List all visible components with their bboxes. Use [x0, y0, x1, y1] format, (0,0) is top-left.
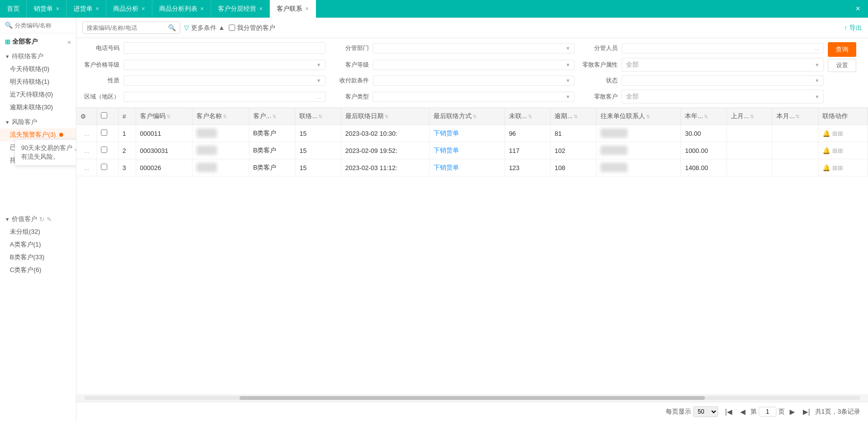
tab-customer-contact[interactable]: 客户联系 ×: [270, 0, 316, 18]
tab-analysis-list[interactable]: 商品分析列表 ×: [152, 0, 211, 18]
tab-customer-tier-close[interactable]: ×: [259, 5, 263, 12]
row-action[interactable]: 🔔 ⊞⊞: [818, 125, 868, 142]
row-last-method[interactable]: 下销货单: [430, 125, 505, 142]
table-row: ... 1 000011 名称 B类客户 15 2023-03-02 10:30…: [76, 125, 868, 142]
table-header-row: ⚙ # 客户编码⇅ 客户名称⇅ 客户...⇅ 联络...: [76, 108, 868, 125]
th-this-month[interactable]: 本月...⇅: [772, 108, 818, 125]
th-this-year[interactable]: 本年...⇅: [681, 108, 727, 125]
table-body: ... 1 000011 名称 B类客户 15 2023-03-02 10:30…: [76, 125, 868, 176]
first-page-btn[interactable]: |◀: [722, 407, 735, 417]
tab-purchase[interactable]: 进货单 ×: [67, 0, 106, 18]
filter-region-select[interactable]: …: [123, 92, 326, 102]
horizontal-scrollbar[interactable]: [76, 394, 868, 402]
th-uncontacted[interactable]: 未联...⇅: [505, 108, 550, 125]
tab-analysis-close[interactable]: ×: [142, 5, 145, 12]
sidebar-search-input[interactable]: [15, 22, 76, 29]
sidebar-item-today[interactable]: 今天待联络(0): [0, 63, 76, 75]
this-month-sort-icon: ⇅: [796, 114, 799, 119]
tab-sales[interactable]: 销货单 ×: [27, 0, 67, 18]
th-code[interactable]: 客户编码⇅: [136, 108, 193, 125]
row-checkbox[interactable]: [101, 147, 107, 153]
sidebar-item-class-a[interactable]: A类客户(1): [0, 238, 76, 251]
row-settings-icon[interactable]: ...: [76, 159, 97, 176]
row-unit-contact: 联系人: [596, 159, 681, 176]
filter-zero-customer-select[interactable]: 全部 ▼: [622, 90, 824, 103]
sidebar-group-risk-title[interactable]: ▼ 风险客户: [0, 116, 76, 128]
sidebar: 🔍 ⊞ 全部客户 « ▼ 待联络客户 今天待联络(0) 明天待联络(1) 近7天: [0, 18, 76, 421]
th-settings[interactable]: ⚙: [76, 108, 97, 125]
filter-gender-select[interactable]: ▼: [123, 75, 326, 86]
sidebar-item-class-c[interactable]: C类客户(6): [0, 264, 76, 276]
content-area: 🔍 ▽ 更多条件 ▲ 我分管的客户 ↑ 导出: [76, 18, 868, 421]
sidebar-item-overdue[interactable]: 逾期未联络(30): [0, 101, 76, 114]
th-unit-contact[interactable]: 往来单位联系人⇅: [596, 108, 681, 125]
filter-status-select[interactable]: ▼: [622, 75, 824, 86]
toolbar-search-input[interactable]: [87, 25, 168, 31]
row-action[interactable]: 🔔 ⊞⊞: [818, 142, 868, 159]
tab-customer-contact-close[interactable]: ×: [305, 5, 309, 12]
row-checkbox[interactable]: [101, 164, 107, 170]
filter-price-level-field: 客户价格等级 ▼: [84, 60, 326, 70]
tab-bar-close-btn[interactable]: ×: [850, 4, 866, 13]
tab-customer-tier[interactable]: 客户分层经营 ×: [211, 0, 270, 18]
query-button[interactable]: 查询: [828, 42, 856, 57]
filter-price-level-select[interactable]: ▼: [123, 60, 326, 70]
th-index: #: [119, 108, 136, 125]
tab-purchase-close[interactable]: ×: [96, 5, 99, 12]
filter-payment-field: 收付款条件 ▼: [334, 75, 575, 86]
all-customers-label[interactable]: 全部客户: [12, 37, 38, 46]
prev-page-btn[interactable]: ◀: [737, 407, 748, 417]
filter-ctype-select[interactable]: ▼: [373, 92, 575, 102]
row-settings-icon[interactable]: ...: [76, 142, 97, 159]
filter-phone-input[interactable]: [123, 42, 326, 54]
sidebar-group-value-title[interactable]: ▼ 价值客户 ↻ ✎: [0, 213, 76, 225]
row-checkbox[interactable]: [101, 129, 107, 136]
th-name[interactable]: 客户名称⇅: [193, 108, 249, 125]
row-overdue: 81: [551, 125, 596, 142]
export-button[interactable]: ↑ 导出: [844, 24, 863, 32]
th-last-date[interactable]: 最后联络日期⇅: [341, 108, 429, 125]
row-action[interactable]: 🔔 ⊞⊞: [818, 159, 868, 176]
page-size-select[interactable]: 50 100 200: [693, 406, 718, 417]
row-last-method[interactable]: 下销货单: [430, 142, 505, 159]
setting-button[interactable]: 设置: [828, 59, 856, 72]
row-last-method[interactable]: 下销货单: [430, 159, 505, 176]
pagination-size-area: 每页显示 50 100 200: [666, 406, 718, 417]
th-overdue[interactable]: 逾期...⇅: [551, 108, 596, 125]
tab-sales-close[interactable]: ×: [56, 5, 59, 12]
row-settings-icon[interactable]: ...: [76, 125, 97, 142]
value-edit-icon[interactable]: ✎: [47, 216, 52, 223]
select-all-checkbox[interactable]: [101, 112, 107, 119]
last-page-btn[interactable]: ▶|: [800, 407, 813, 417]
row-type: B类客户: [249, 142, 295, 159]
filter-dept-select[interactable]: ▼: [373, 43, 575, 53]
th-last-method[interactable]: 最后联络方式⇅: [430, 108, 505, 125]
th-contact[interactable]: 联络...⇅: [295, 108, 341, 125]
tab-analysis[interactable]: 商品分析 ×: [106, 0, 152, 18]
filter-level-select[interactable]: ▼: [373, 60, 575, 70]
sidebar-group-pending-title[interactable]: ▼ 待联络客户: [0, 50, 76, 63]
current-page-input[interactable]: [759, 407, 776, 417]
sidebar-collapse-icon[interactable]: «: [68, 38, 71, 46]
next-page-btn[interactable]: ▶: [787, 407, 798, 417]
filter-payment-select[interactable]: ▼: [373, 75, 575, 86]
tab-home[interactable]: 首页: [2, 0, 27, 18]
filter-person-select[interactable]: …: [622, 43, 824, 53]
tab-analysis-list-close[interactable]: ×: [200, 5, 204, 12]
filter-toggle-btn[interactable]: ▽ 更多条件 ▲: [184, 24, 225, 32]
sidebar-item-ungrouped[interactable]: 未分组(32): [0, 225, 76, 238]
sidebar-item-7days[interactable]: 近7天待联络(0): [0, 88, 76, 101]
scrollbar-thumb[interactable]: [240, 396, 705, 400]
my-customers-checkbox[interactable]: [229, 25, 235, 31]
filter-zero-attr-field: 零散客户属性 全部 ▼: [582, 58, 824, 72]
filter-zero-attr-select[interactable]: 全部 ▼: [622, 58, 824, 72]
th-type[interactable]: 客户...⇅: [249, 108, 295, 125]
sidebar-search-area: 🔍: [0, 18, 76, 33]
filter-ctype-field: 客户类型 ▼: [334, 92, 575, 102]
value-refresh-icon[interactable]: ↻: [39, 216, 45, 223]
sidebar-item-class-b[interactable]: B类客户(33): [0, 251, 76, 264]
th-last-month[interactable]: 上月...⇅: [727, 108, 772, 125]
sidebar-item-tomorrow[interactable]: 明天待联络(1): [0, 75, 76, 88]
filter-price-level-arrow-icon: ▼: [316, 62, 321, 68]
toolbar-search-icon[interactable]: 🔍: [168, 24, 176, 31]
